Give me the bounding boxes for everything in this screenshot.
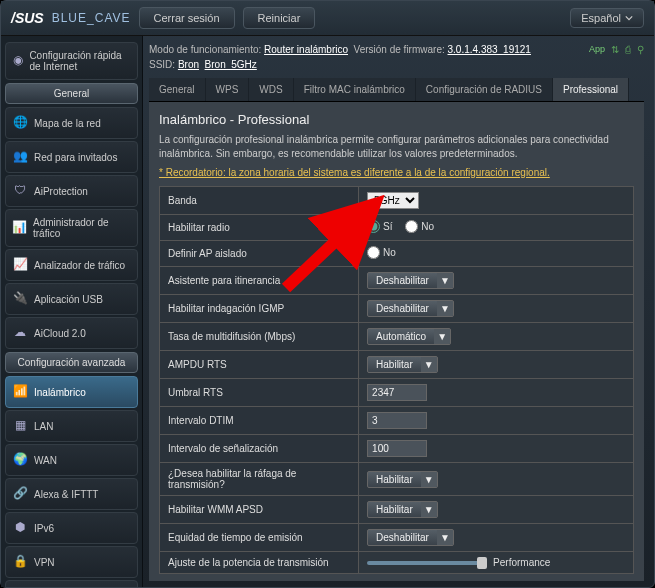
meter-icon: 📊 xyxy=(12,220,27,236)
txpower-slider[interactable] xyxy=(367,561,487,565)
chevron-down-icon: ▼ xyxy=(421,472,437,487)
txpower-value: Performance xyxy=(493,557,550,568)
igmp-select[interactable]: Deshabilitar▼ xyxy=(367,300,454,317)
row-txpower-label: Ajuste de la potencia de transmisión xyxy=(160,552,359,574)
slider-thumb[interactable] xyxy=(477,557,487,569)
gauge-icon: ◉ xyxy=(12,53,23,69)
language-label: Español xyxy=(581,12,621,24)
globe-icon: 🌐 xyxy=(12,115,28,131)
radio-no[interactable] xyxy=(405,220,418,233)
band-select[interactable]: 5GHz xyxy=(367,192,419,209)
sidebar-item-aiprotection[interactable]: 🛡AiProtection xyxy=(5,175,138,207)
row-band-label: Banda xyxy=(160,187,359,215)
row-igmp-label: Habilitar indagación IGMP xyxy=(160,295,359,323)
tab-general[interactable]: General xyxy=(149,78,206,101)
sidebar-item-wan[interactable]: 🌍WAN xyxy=(5,444,138,476)
cloud-icon: ☁ xyxy=(12,325,28,341)
multicast-select[interactable]: Automático▼ xyxy=(367,328,451,345)
sidebar-item-wireless[interactable]: 📶Inalámbrico xyxy=(5,376,138,408)
tab-professional[interactable]: Professional xyxy=(553,78,629,101)
wifi-icon: 📶 xyxy=(12,384,28,400)
usb-icon: 🔌 xyxy=(12,291,28,307)
radio-yes-wrap[interactable]: Sí xyxy=(367,220,392,233)
ap-isolated-no-wrap[interactable]: No xyxy=(367,246,396,259)
sidebar-group-general: General xyxy=(5,83,138,104)
ssid2-link[interactable]: Bron_5GHz xyxy=(205,59,257,70)
sidebar-item-usb-app[interactable]: 🔌Aplicación USB xyxy=(5,283,138,315)
sidebar-item-guest-network[interactable]: 👥Red para invitados xyxy=(5,141,138,173)
ampdu-select[interactable]: Habilitar▼ xyxy=(367,356,438,373)
top-bar: /SUS BLUE_CAVE Cerrar sesión Reiniciar E… xyxy=(1,1,654,36)
link-icon: 🔗 xyxy=(12,486,28,502)
sidebar-item-network-map[interactable]: 🌐Mapa de la red xyxy=(5,107,138,139)
tab-wds[interactable]: WDS xyxy=(249,78,293,101)
sidebar-quick-setup[interactable]: ◉ Configuración rápida de Internet xyxy=(5,42,138,80)
sidebar-item-ipv6[interactable]: ⬢IPv6 xyxy=(5,512,138,544)
dtim-input[interactable] xyxy=(367,412,427,429)
ipv6-icon: ⬢ xyxy=(12,520,28,536)
chevron-down-icon: ▼ xyxy=(434,329,450,344)
firmware-link[interactable]: 3.0.1.4.383_19121 xyxy=(448,44,531,55)
chevron-down-icon: ▼ xyxy=(437,273,453,288)
row-rts-label: Umbral RTS xyxy=(160,379,359,407)
sidebar-item-firewall[interactable]: 🔥Firewall xyxy=(5,580,138,587)
info-line-2: SSID: Bron Bron_5GHz xyxy=(149,57,644,72)
ap-isolated-no[interactable] xyxy=(367,246,380,259)
reboot-button[interactable]: Reiniciar xyxy=(243,7,316,29)
language-select[interactable]: Español xyxy=(570,8,644,28)
ssid1-link[interactable]: Bron xyxy=(178,59,199,70)
chevron-down-icon xyxy=(625,12,633,24)
row-dtim-label: Intervalo DTIM xyxy=(160,407,359,435)
sidebar-item-traffic-analyzer[interactable]: 📈Analizador de tráfico xyxy=(5,249,138,281)
row-multicast-label: Tasa de multidifusión (Mbps) xyxy=(160,323,359,351)
sidebar-item-lan[interactable]: ▦LAN xyxy=(5,410,138,442)
sidebar: ◉ Configuración rápida de Internet Gener… xyxy=(1,36,143,587)
sidebar-item-traffic-manager[interactable]: 📊Administrador de tráfico xyxy=(5,209,138,247)
status-icon-1: ⇅ xyxy=(611,44,619,55)
sidebar-item-aicloud[interactable]: ☁AiCloud 2.0 xyxy=(5,317,138,349)
airtime-select[interactable]: Deshabilitar▼ xyxy=(367,529,454,546)
logout-button[interactable]: Cerrar sesión xyxy=(139,7,235,29)
row-beacon-label: Intervalo de señalización xyxy=(160,435,359,463)
chevron-down-icon: ▼ xyxy=(421,502,437,517)
beacon-input[interactable] xyxy=(367,440,427,457)
row-roaming-label: Asistente para itinerancia xyxy=(160,267,359,295)
main-content: Modo de funcionamiento: Router inalámbri… xyxy=(143,36,654,587)
status-icon-3: ⚲ xyxy=(637,44,644,55)
row-radio-label: Habilitar radio xyxy=(160,215,359,241)
page-description: La configuración profesional inalámbrica… xyxy=(159,133,634,161)
content-panel: Inalámbrico - Professional La configurac… xyxy=(149,102,644,581)
chevron-down-icon: ▼ xyxy=(437,301,453,316)
row-ap-isolated-label: Definir AP aislado xyxy=(160,241,359,267)
model-name: BLUE_CAVE xyxy=(52,11,131,25)
wmm-select[interactable]: Habilitar▼ xyxy=(367,501,438,518)
timezone-reminder[interactable]: * Recordatorio: la zona horaria del sist… xyxy=(159,167,634,178)
sidebar-item-alexa[interactable]: 🔗Alexa & IFTTT xyxy=(5,478,138,510)
brand-logo: /SUS xyxy=(11,10,44,26)
settings-table: Banda 5GHz Habilitar radio Sí No Definir… xyxy=(159,186,634,574)
app-link[interactable]: App xyxy=(589,44,605,55)
chevron-down-icon: ▼ xyxy=(421,357,437,372)
status-icon-2: ⎙ xyxy=(625,44,631,55)
row-ampdu-label: AMPDU RTS xyxy=(160,351,359,379)
tab-radius[interactable]: Configuración de RADIUS xyxy=(416,78,553,101)
lan-icon: ▦ xyxy=(12,418,28,434)
tab-wps[interactable]: WPS xyxy=(206,78,250,101)
lock-icon: 🔒 xyxy=(12,554,28,570)
tab-mac-filter[interactable]: Filtro MAC inalámbrico xyxy=(294,78,416,101)
row-airtime-label: Equidad de tiempo de emisión xyxy=(160,524,359,552)
row-burst-label: ¿Desea habilitar la ráfaga de transmisió… xyxy=(160,463,359,496)
sidebar-group-advanced: Configuración avanzada xyxy=(5,352,138,373)
mode-link[interactable]: Router inalámbrico xyxy=(264,44,348,55)
people-icon: 👥 xyxy=(12,149,28,165)
roaming-select[interactable]: Deshabilitar▼ xyxy=(367,272,454,289)
row-wmm-label: Habilitar WMM APSD xyxy=(160,496,359,524)
chart-icon: 📈 xyxy=(12,257,28,273)
radio-no-wrap[interactable]: No xyxy=(405,220,434,233)
chevron-down-icon: ▼ xyxy=(437,530,453,545)
burst-select[interactable]: Habilitar▼ xyxy=(367,471,438,488)
tabs: General WPS WDS Filtro MAC inalámbrico C… xyxy=(149,78,644,102)
radio-yes[interactable] xyxy=(367,220,380,233)
rts-input[interactable] xyxy=(367,384,427,401)
sidebar-item-vpn[interactable]: 🔒VPN xyxy=(5,546,138,578)
